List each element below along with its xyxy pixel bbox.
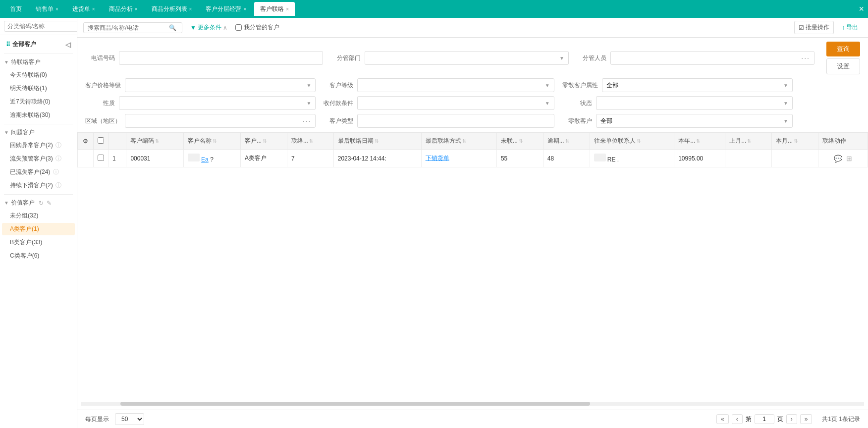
retail-attr-dropdown[interactable]: 全部 ▼: [602, 78, 793, 92]
manager-input[interactable]: ···: [610, 51, 814, 65]
batch-operation-button[interactable]: ☑ 批量操作: [794, 21, 834, 34]
chat-action-icon[interactable]: 💬: [834, 155, 842, 162]
current-page-input[interactable]: [755, 414, 774, 424]
tab-product-analysis-list-close[interactable]: ×: [189, 6, 192, 12]
sidebar-item-ungrouped[interactable]: 未分组(32): [2, 210, 75, 222]
customer-level-label: 客户等级: [324, 81, 353, 90]
tab-purchase-close[interactable]: ×: [92, 6, 95, 12]
customer-table: ⚙ 客户编码⇅ 客户名称⇅ 客户...⇅ 联络...⇅: [77, 132, 868, 167]
customer-type-input[interactable]: [357, 114, 554, 128]
filter-nature: 性质 ▼: [85, 96, 316, 110]
th-this-year[interactable]: 本年...⇅: [674, 133, 725, 150]
tab-product-analysis-list[interactable]: 商品分析列表 ×: [146, 2, 198, 16]
th-settings[interactable]: ⚙: [78, 133, 94, 150]
sidebar-item-today-pending[interactable]: 今天待联络(0): [2, 69, 75, 81]
tab-customer-contact[interactable]: 客户联络 ×: [254, 2, 295, 16]
close-all-tabs[interactable]: ×: [859, 4, 864, 13]
tab-customer-segment-label: 客户分层经营: [206, 5, 241, 13]
prev-page-btn[interactable]: ‹: [732, 414, 743, 424]
row-checkbox[interactable]: [98, 155, 104, 161]
sidebar-item-b-class[interactable]: B类客户(33): [2, 236, 75, 249]
first-page-btn[interactable]: «: [716, 414, 729, 424]
sidebar-group-pending[interactable]: ▼ 待联络客户: [0, 56, 77, 68]
last-contact-method-link[interactable]: 下销货单: [426, 155, 449, 161]
dept-dropdown[interactable]: ▼: [365, 51, 569, 65]
sidebar-item-churn-warning[interactable]: 流失预警客户(3) ⓘ: [2, 153, 75, 165]
price-level-dropdown[interactable]: ▼: [125, 78, 316, 92]
page-size-select[interactable]: 20 50 100: [115, 413, 144, 425]
th-type[interactable]: 客户...⇅: [241, 133, 287, 150]
sidebar-search-area: 🔍: [0, 18, 77, 35]
refresh-icon[interactable]: ↻: [39, 200, 44, 207]
tab-product-analysis-close[interactable]: ×: [135, 6, 138, 12]
last-page-btn[interactable]: »: [800, 414, 813, 424]
sidebar-item-c-class[interactable]: C类客户(6): [2, 250, 75, 262]
filter-search-icon[interactable]: 🔍: [169, 24, 176, 31]
sidebar-group-problem[interactable]: ▼ 问题客户: [0, 126, 77, 139]
my-customers-filter[interactable]: 我分管的客户: [235, 23, 279, 32]
sidebar-item-week-pending[interactable]: 近7天待联络(0): [2, 96, 75, 108]
th-code[interactable]: 客户编码⇅: [126, 133, 183, 150]
sidebar-item-repurchase-abnormal[interactable]: 回购异常客户(2) ⓘ: [2, 139, 75, 152]
retail-customer-dropdown[interactable]: 全部 ▼: [596, 114, 793, 128]
sidebar-search-input[interactable]: [4, 21, 77, 32]
status-dropdown[interactable]: ▼: [596, 96, 793, 110]
sidebar-item-overdue-contact[interactable]: 逾期未联络(30): [2, 109, 75, 121]
select-all-checkbox[interactable]: [98, 137, 104, 144]
tab-purchase[interactable]: 进货单 ×: [66, 2, 101, 16]
th-no-contact[interactable]: 未联...⇅: [496, 133, 543, 150]
th-overdue[interactable]: 逾期...⇅: [543, 133, 590, 150]
nature-dropdown[interactable]: ▼: [119, 96, 316, 110]
sidebar-all-customers[interactable]: ⠿ 全部客户 ◁: [4, 38, 73, 51]
scroll-thumb[interactable]: [120, 402, 590, 406]
td-row-checkbox[interactable]: [94, 150, 108, 167]
filter-search-input[interactable]: [88, 24, 167, 31]
pagination: « ‹ 第 页 › »: [716, 414, 812, 424]
filter-more-conditions[interactable]: ▼ 更多条件 ∧: [186, 22, 231, 33]
td-no-contact: 55: [496, 150, 543, 167]
my-customers-checkbox[interactable]: [235, 24, 242, 31]
tab-home[interactable]: 首页: [4, 2, 28, 16]
grid-action-icon[interactable]: ⊞: [846, 155, 852, 162]
sidebar-item-declining[interactable]: 持续下滑客户(2) ⓘ: [2, 179, 75, 192]
query-button[interactable]: 查询: [826, 42, 860, 56]
setting-button[interactable]: 设置: [826, 58, 860, 74]
scroll-track[interactable]: [81, 402, 864, 406]
tab-customer-segment-close[interactable]: ×: [243, 6, 246, 12]
help-icon-4: ⓘ: [55, 182, 61, 189]
tab-sales-close[interactable]: ×: [55, 6, 58, 12]
sidebar-group-value[interactable]: ▼ 价值客户 ↻ ✎: [0, 197, 77, 209]
td-last-contact-method[interactable]: 下销货单: [421, 150, 496, 167]
tab-product-analysis[interactable]: 商品分析 ×: [103, 2, 144, 16]
region-input[interactable]: ···: [125, 114, 316, 128]
sidebar-item-churned[interactable]: 已流失客户(24) ⓘ: [2, 166, 75, 178]
sidebar-item-a-class[interactable]: A类客户(1): [2, 223, 75, 235]
th-last-month[interactable]: 上月...⇅: [725, 133, 772, 150]
sort-contact-icon: ⇅: [309, 138, 313, 144]
customer-name[interactable]: Ea: [201, 156, 209, 163]
collapse-sidebar-icon[interactable]: ◁: [65, 41, 71, 49]
export-button[interactable]: ↑ 导出: [838, 21, 862, 34]
customer-level-dropdown[interactable]: ▼: [357, 78, 554, 92]
unit-contact-text: RE .: [607, 156, 619, 163]
filter-row-2: 客户价格等级 ▼ 客户等级 ▼ 零散客户属性 全部 ▼: [85, 78, 860, 92]
phone-input[interactable]: [119, 51, 323, 65]
th-last-contact-date[interactable]: 最后联络日期⇅: [333, 133, 421, 150]
filter-price-level: 客户价格等级 ▼: [85, 78, 316, 92]
tab-customer-segment[interactable]: 客户分层经营 ×: [200, 2, 252, 16]
th-this-month[interactable]: 本月...⇅: [772, 133, 818, 150]
tab-customer-contact-close[interactable]: ×: [286, 6, 289, 12]
sort-date-icon: ⇅: [375, 138, 379, 144]
filter-icon: ▼: [190, 24, 196, 31]
edit-icon[interactable]: ✎: [47, 200, 52, 207]
th-unit-contact[interactable]: 往来单位联系人⇅: [590, 133, 674, 150]
next-page-btn[interactable]: ›: [786, 414, 797, 424]
payment-dropdown[interactable]: ▼: [357, 96, 554, 110]
th-checkbox[interactable]: [94, 133, 108, 150]
horizontal-scroll[interactable]: [77, 398, 868, 410]
th-last-contact-method[interactable]: 最后联络方式⇅: [421, 133, 496, 150]
th-name[interactable]: 客户名称⇅: [183, 133, 240, 150]
th-contact-count[interactable]: 联络...⇅: [287, 133, 333, 150]
tab-sales[interactable]: 销售单 ×: [30, 2, 64, 16]
sidebar-item-tomorrow-pending[interactable]: 明天待联络(1): [2, 82, 75, 95]
